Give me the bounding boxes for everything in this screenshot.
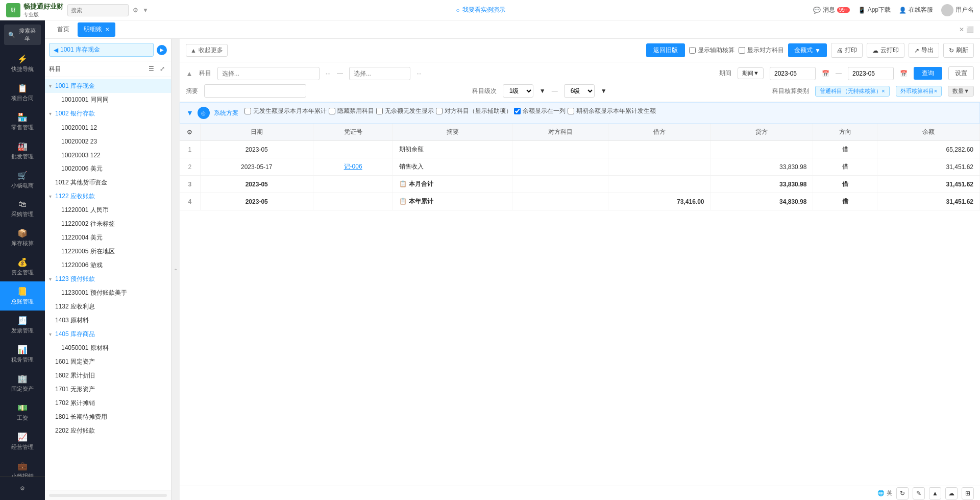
message-btn[interactable]: 💬 消息 99+ (813, 6, 850, 14)
tab-home[interactable]: 首页 (51, 22, 76, 37)
filter-collapse-icon[interactable]: ▲ (186, 69, 193, 78)
sidebar-item-tax[interactable]: 📊 税务管理 (0, 340, 45, 369)
status-edit-btn[interactable]: ✎ (913, 487, 925, 499)
sidebar-item-quick-nav[interactable]: ⚡ 快捷导航 (0, 49, 45, 78)
period-type-btn[interactable]: 期间▼ (738, 67, 764, 79)
tree-item-11220006[interactable]: 11220006 游戏 (45, 258, 171, 272)
tree-item-1403[interactable]: 1403 原材料 (45, 314, 171, 327)
tree-item-11220002[interactable]: 11220002 往来标签 (45, 217, 171, 231)
subject-to-more-icon[interactable]: ··· (416, 70, 422, 77)
tree-item-11220005[interactable]: 11220005 所在地区 (45, 245, 171, 258)
expand-icon[interactable]: ⤢ (158, 64, 167, 74)
checkbox-input-cb5[interactable] (514, 108, 521, 114)
refresh-btn[interactable]: ↻ 刷新 (943, 43, 974, 58)
sidebar-item-invoice[interactable]: 🧾 发票管理 (0, 311, 45, 340)
tree-item-1132[interactable]: 1132 应收利息 (45, 300, 171, 314)
sidebar-item-ops[interactable]: 📈 经营管理 (0, 427, 45, 456)
filter-checkbox-cb4[interactable]: 对方科目（显示辅助项） (436, 107, 512, 115)
tab-close-icon[interactable]: ✕ (105, 27, 109, 32)
voucher-link[interactable]: 记-006 (344, 163, 362, 170)
print-btn[interactable]: 🖨 打印 (831, 43, 863, 58)
subject-input[interactable] (217, 67, 320, 80)
checkbox-input-cb3[interactable] (376, 108, 383, 114)
period-from-input[interactable] (770, 67, 816, 80)
sidebar-item-payroll[interactable]: 💵 工资 (0, 398, 45, 427)
tree-item-1123[interactable]: ▾ 1123 预付账款 (45, 272, 171, 286)
filter-checkbox-cb6[interactable]: 期初余额显示本年累计发生额 (568, 107, 656, 115)
tab-detail[interactable]: 明细账 ✕ (78, 22, 115, 37)
filter-tag-1[interactable]: 普通科目（无特殊核算）× (815, 86, 889, 97)
tree-item-10010001[interactable]: 10010001 同同同 (45, 93, 171, 107)
sidebar-item-ecommerce[interactable]: 🛒 小畅电商 (0, 165, 45, 195)
show-contra-input[interactable] (739, 47, 745, 54)
checkbox-input-cb2[interactable] (329, 108, 335, 114)
online-service-btn[interactable]: 👤 在线客服 (899, 6, 933, 14)
level-to-dropdown-icon[interactable]: ▼ (601, 87, 607, 94)
cloud-print-btn[interactable]: ☁ 云打印 (867, 43, 904, 58)
checkbox-input-cb4[interactable] (436, 108, 443, 114)
tree-item-1701[interactable]: 1701 无形资产 (45, 383, 171, 396)
dropdown-arrow[interactable]: ▼ (142, 7, 149, 14)
show-contra-checkbox[interactable]: 显示对方科目 (739, 46, 784, 55)
scheme-name[interactable]: 系统方案 (214, 109, 238, 117)
horizontal-scrollbar[interactable] (49, 494, 167, 497)
nav-next-btn[interactable]: ▶ (157, 45, 167, 55)
period-to-input[interactable] (848, 67, 894, 80)
expand-more-btn[interactable]: ▲ 收起更多 (186, 44, 228, 57)
show-aux-input[interactable] (689, 47, 696, 54)
filter-checkbox-cb3[interactable]: 无余额无发生显示 (376, 107, 434, 115)
search-menu-btn[interactable]: 🔍 搜索菜单 (4, 25, 41, 45)
calendar-to-icon[interactable]: 📅 (900, 70, 908, 77)
sidebar-item-fixed-assets[interactable]: 🏢 固定资产 (0, 369, 45, 398)
show-aux-checkbox[interactable]: 显示辅助核算 (689, 46, 734, 55)
tree-item-10020002[interactable]: 10020002 23 (45, 134, 171, 148)
tree-item-1601[interactable]: 1601 固定资产 (45, 355, 171, 369)
tree-item-11220004[interactable]: 11220004 美元 (45, 231, 171, 245)
return-old-btn[interactable]: 返回旧版 (646, 43, 685, 57)
export-btn[interactable]: ↗ 导出 (909, 43, 939, 58)
sidebar-item-purchase[interactable]: 🛍 采购管理 (0, 195, 45, 223)
tree-item-1602[interactable]: 1602 累计折旧 (45, 369, 171, 383)
status-cloud-btn[interactable]: ☁ (945, 487, 958, 499)
status-upload-btn[interactable]: ▲ (929, 487, 941, 499)
sidebar-item-capital[interactable]: 💰 资金管理 (0, 252, 45, 281)
tree-item-1002[interactable]: ▾ 1002 银行存款 (45, 107, 171, 121)
sidebar-item-wholesale[interactable]: 🏭 批发管理 (0, 136, 45, 165)
settings-btn[interactable]: ⚙ (133, 7, 138, 14)
subject-to-input[interactable] (349, 67, 410, 80)
list-view-icon[interactable]: ☰ (146, 64, 156, 74)
sidebar-item-sales[interactable]: 💼 小畅报销 (0, 456, 45, 477)
app-download-btn[interactable]: 📱 App下载 (858, 6, 891, 14)
subject-more-icon[interactable]: ··· (326, 70, 331, 77)
summary-input[interactable] (204, 84, 306, 98)
checkbox-input-cb6[interactable] (568, 108, 574, 114)
level-dropdown-icon[interactable]: ▼ (540, 87, 546, 94)
setup-btn[interactable]: 设置 (948, 66, 974, 80)
level-from-select[interactable]: 1级2级3级 (503, 84, 533, 98)
filter-checkbox-cb1[interactable]: 无发生额显示本月本年累计 (244, 107, 327, 115)
translate-btn[interactable]: 🌐 英 (877, 489, 892, 497)
arrow-left-icon[interactable]: ◀ (54, 46, 58, 54)
window-maximize-btn[interactable]: ⬜ (966, 26, 974, 33)
search-input[interactable] (67, 4, 129, 16)
filter-checkbox-cb5[interactable]: 余额显示在一列 (514, 107, 566, 115)
tree-item-10020001[interactable]: 10020001 12 (45, 121, 171, 134)
sidebar-item-ledger[interactable]: 📒 总账管理 (0, 281, 45, 311)
panel-collapse-btn[interactable]: ‹ (172, 39, 180, 500)
tree-item-1405[interactable]: ▾ 1405 库存商品 (45, 327, 171, 341)
tree-item-11220001[interactable]: 11220001 人民币 (45, 203, 171, 217)
sidebar-item-project[interactable]: 📋 项目合同 (0, 78, 45, 107)
tree-item-10020006[interactable]: 10020006 美元 (45, 162, 171, 176)
checkbox-input-cb1[interactable] (244, 108, 251, 114)
tree-item-11230001[interactable]: 11230001 预付账款美于 (45, 286, 171, 300)
level-to-select[interactable]: 6级3级4级 (564, 84, 595, 98)
tree-item-14050001[interactable]: 14050001 原材料 (45, 341, 171, 355)
tree-item-1001[interactable]: ▾ 1001 库存现金 (45, 79, 171, 93)
window-close-btn[interactable]: ✕ (959, 26, 964, 33)
tree-item-1122[interactable]: ▾ 1122 应收账款 (45, 189, 171, 203)
user-avatar[interactable]: 用户名 (941, 4, 974, 16)
query-btn[interactable]: 查询 (914, 67, 942, 80)
calendar-from-icon[interactable]: 📅 (822, 70, 829, 77)
tree-item-1012[interactable]: 1012 其他货币资金 (45, 176, 171, 189)
sidebar-settings-btn[interactable]: ⚙ (4, 482, 41, 495)
